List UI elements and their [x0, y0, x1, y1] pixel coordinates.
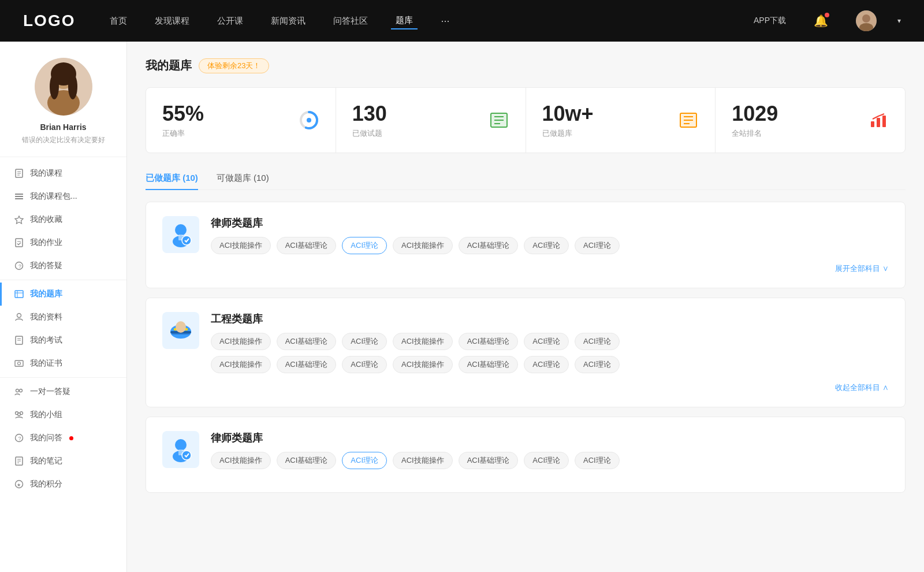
sidebar-qbank-label: 我的题库 [30, 289, 62, 299]
sidebar-group-label: 我的小组 [30, 410, 62, 420]
svg-rect-59 [882, 116, 886, 127]
main-layout: Brian Harris 错误的决定比没有决定要好 我的课程 我的课程包... [0, 42, 924, 572]
sidebar-1on1-label: 一对一答疑 [30, 387, 70, 397]
sidebar-item-points[interactable]: ★ 我的积分 [0, 473, 126, 496]
sidebar-item-group[interactable]: 我的小组 [0, 403, 126, 426]
stat-correct-rate-value: 55% [162, 102, 289, 126]
stat-correct-rate-label: 正确率 [162, 128, 289, 139]
svg-point-69 [175, 439, 187, 451]
qbank-lawyer-1-icon [162, 216, 199, 253]
certificate-icon [14, 358, 24, 369]
logo[interactable]: LOGO [23, 12, 75, 30]
svg-rect-28 [15, 361, 23, 366]
nav-qa[interactable]: 问答社区 [329, 13, 372, 29]
points-icon: ★ [14, 479, 24, 489]
qbank-tag[interactable]: ACI基础理论 [459, 333, 519, 350]
sidebar-package-label: 我的课程包... [30, 191, 77, 202]
homework-icon [14, 237, 24, 248]
qbank-tag[interactable]: ACI基础理论 [277, 333, 337, 350]
nav-home[interactable]: 首页 [105, 13, 132, 29]
nav-open-course[interactable]: 公开课 [213, 13, 248, 29]
qbank-tag[interactable]: ACI技能操作 [211, 237, 271, 254]
qbank-tag[interactable]: ACI技能操作 [211, 356, 271, 373]
stat-done-questions-label: 已做试题 [352, 128, 479, 139]
nav-news[interactable]: 新闻资讯 [266, 13, 310, 29]
qbank-tag[interactable]: ACI理论 [575, 333, 620, 350]
nav-bell-icon[interactable]: 🔔 [814, 14, 828, 28]
sidebar-motto: 错误的决定比没有决定要好 [22, 135, 105, 145]
nav-bell-dot [825, 13, 829, 17]
qbank-tag[interactable]: ACI技能操作 [393, 452, 453, 469]
sidebar-exam-label: 我的考试 [30, 335, 62, 346]
stat-done-banks-value: 10w+ [542, 102, 669, 126]
svg-point-68 [176, 321, 186, 333]
qbank-tag[interactable]: ACI理论 [342, 333, 387, 350]
qbank-card-1-info: 律师类题库 ACI技能操作 ACI基础理论 ACI理论 ACI技能操作 ACI基… [211, 216, 889, 254]
svg-rect-17 [16, 239, 23, 247]
nav-more[interactable]: ··· [436, 13, 454, 29]
svg-point-30 [16, 389, 19, 392]
myqa-red-dot [69, 436, 73, 440]
qbank-tag[interactable]: ACI基础理论 [459, 237, 519, 254]
qbank-tag[interactable]: ACI基础理论 [277, 452, 337, 469]
sidebar-item-certificate[interactable]: 我的证书 [0, 352, 126, 375]
nav-app-download[interactable]: APP下载 [754, 16, 786, 26]
qbank-card-2-tags-row2: ACI技能操作 ACI基础理论 ACI理论 ACI技能操作 ACI基础理论 AC… [211, 356, 889, 373]
qbank-tag[interactable]: ACI技能操作 [393, 237, 453, 254]
sidebar-item-notes[interactable]: 我的笔记 [0, 450, 126, 473]
qbank-tag[interactable]: ACI理论 [575, 356, 620, 373]
qbank-tag[interactable]: ACI基础理论 [277, 356, 337, 373]
sidebar-item-collect[interactable]: 我的收藏 [0, 208, 126, 231]
sidebar-collect-label: 我的收藏 [30, 214, 62, 225]
nav-discover[interactable]: 发现课程 [150, 13, 194, 29]
nav-qbank[interactable]: 题库 [391, 13, 418, 29]
sidebar-item-1on1[interactable]: 一对一答疑 [0, 380, 126, 403]
qbank-tag-selected[interactable]: ACI理论 [342, 237, 387, 254]
sidebar-divider-1 [0, 280, 126, 280]
notes-icon [14, 456, 24, 466]
svg-point-63 [182, 236, 191, 245]
sidebar: Brian Harris 错误的决定比没有决定要好 我的课程 我的课程包... [0, 42, 127, 572]
sidebar-item-qbank[interactable]: 我的题库 [0, 283, 126, 306]
sidebar-homework-label: 我的作业 [30, 237, 62, 248]
qbank-expand-1[interactable]: 展开全部科目 ∨ [162, 263, 889, 274]
svg-text:★: ★ [17, 482, 21, 488]
svg-point-7 [50, 74, 59, 99]
qbank-tag[interactable]: ACI理论 [524, 237, 569, 254]
sidebar-item-myqa[interactable]: ? 我的问答 [0, 426, 126, 450]
svg-text:?: ? [18, 436, 21, 441]
qbank-card-1-tags: ACI技能操作 ACI基础理论 ACI理论 ACI技能操作 ACI基础理论 AC… [211, 237, 889, 254]
qbank-engineer-icon [162, 312, 199, 349]
tab-available[interactable]: 可做题库 (10) [217, 167, 269, 190]
sidebar-item-homework[interactable]: 我的作业 [0, 231, 126, 254]
qbank-tag[interactable]: ACI理论 [342, 356, 387, 373]
navbar: LOGO 首页 发现课程 公开课 新闻资讯 问答社区 题库 ··· APP下载 … [0, 0, 924, 42]
sidebar-item-package[interactable]: 我的课程包... [0, 185, 126, 208]
sidebar-item-course[interactable]: 我的课程 [0, 162, 126, 185]
qbank-card-1-header: 律师类题库 ACI技能操作 ACI基础理论 ACI理论 ACI技能操作 ACI基… [162, 216, 889, 254]
qbank-tag[interactable]: ACI基础理论 [277, 237, 337, 254]
nav-avatar[interactable] [856, 10, 877, 31]
qbank-tag[interactable]: ACI技能操作 [211, 452, 271, 469]
qbank-tag[interactable]: ACI理论 [524, 452, 569, 469]
qbank-tag-selected[interactable]: ACI理论 [342, 452, 387, 469]
qbank-tag[interactable]: ACI技能操作 [211, 333, 271, 350]
qbank-tabs: 已做题库 (10) 可做题库 (10) [146, 167, 906, 190]
qbank-tag[interactable]: ACI理论 [524, 333, 569, 350]
qbank-collapse-2[interactable]: 收起全部科目 ∧ [162, 382, 889, 393]
sidebar-item-exam[interactable]: 我的考试 [0, 329, 126, 352]
qbank-tag[interactable]: ACI技能操作 [393, 356, 453, 373]
qbank-tag[interactable]: ACI基础理论 [459, 452, 519, 469]
svg-rect-15 [15, 198, 23, 199]
qbank-tag[interactable]: ACI技能操作 [393, 333, 453, 350]
svg-point-46 [307, 118, 311, 122]
tab-done[interactable]: 已做题库 (10) [146, 167, 198, 190]
stat-done-questions-value: 130 [352, 102, 479, 126]
nav-chevron-icon[interactable]: ▾ [897, 17, 901, 25]
qbank-tag[interactable]: ACI理论 [575, 452, 620, 469]
qbank-tag[interactable]: ACI理论 [524, 356, 569, 373]
qbank-tag[interactable]: ACI理论 [575, 237, 620, 254]
sidebar-item-profile[interactable]: 我的资料 [0, 306, 126, 329]
qbank-tag[interactable]: ACI基础理论 [459, 356, 519, 373]
sidebar-item-question[interactable]: ? 我的答疑 [0, 254, 126, 277]
